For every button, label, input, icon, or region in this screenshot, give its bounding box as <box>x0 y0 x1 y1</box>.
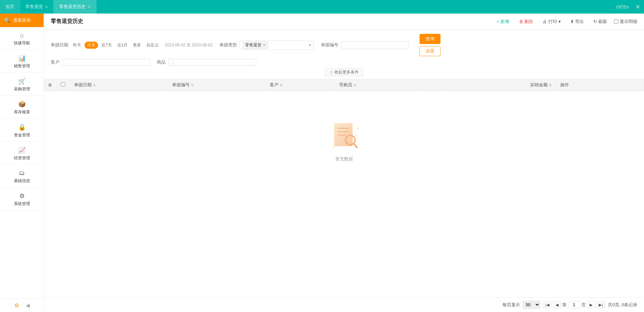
filter-bill-type-group: 单据类型 零售退货 ✕ ▾ <box>219 41 314 50</box>
sidebar-item-finance[interactable]: 🔒 资金管理 <box>0 119 44 142</box>
export-button[interactable]: ⬆ 导出 <box>568 17 587 26</box>
col-bill-no-sort[interactable]: ⇅ <box>191 83 194 87</box>
col-operation: 操作 <box>556 79 644 91</box>
retail-return-tab-close[interactable]: ✕ <box>45 5 48 9</box>
inventory-icon: 📦 <box>18 101 26 108</box>
date-range-display: 2023-06-02 至 2023-06-02 <box>165 42 212 48</box>
main-layout: 🔍 搜索菜单 ⌂ 快捷导航 📊 销售管理 🛒 采购管理 📦 库存核算 🔒 <box>0 14 644 312</box>
refresh-button[interactable]: ↻ 刷新 <box>591 17 610 26</box>
filter-customer-group: 客户 ... <box>51 59 150 66</box>
col-bill-date-sort[interactable]: ⇅ <box>93 83 96 87</box>
filter-bill-no-label: 单据编号 <box>321 42 338 48</box>
quick-nav-icon: ⌂ <box>20 32 24 39</box>
filter-bill-no-input[interactable] <box>341 41 409 49</box>
col-actual-amount-label: 实销金额 <box>530 82 548 88</box>
empty-state: 暂无数据 <box>44 91 644 189</box>
filter-goods-label: 商品 <box>157 59 166 65</box>
total-info: 共0页, 0条记录 <box>608 302 637 308</box>
print-button[interactable]: 🖨 打印 ▾ <box>540 17 564 26</box>
filter-customer-input[interactable]: ... <box>62 59 150 66</box>
col-bill-no[interactable]: 单据编号 ⇅ <box>168 79 266 91</box>
svg-point-6 <box>333 146 335 148</box>
collapse-filter-button[interactable]: △ 收起更多条件 <box>325 68 363 76</box>
window-close-btn[interactable]: ✕ <box>636 4 640 10</box>
page-number-input[interactable] <box>568 301 580 308</box>
topbar-spacer <box>96 0 613 14</box>
data-table: ⚙ 单据日期 ⇅ 单据编号 <box>44 79 644 91</box>
sidebar-item-purchase[interactable]: 🛒 采购管理 <box>0 73 44 96</box>
export-btn-label: ⬆ 导出 <box>570 19 584 25</box>
query-button[interactable]: 查询 <box>420 34 440 44</box>
page-size-select[interactable]: 20 50 100 <box>523 301 540 309</box>
last-page-btn[interactable]: ▶| <box>596 302 605 308</box>
system-icon: ⚙ <box>19 192 25 200</box>
col-guide-label: 导购员 <box>339 82 352 88</box>
col-settings-icon[interactable]: ⚙ <box>48 83 52 88</box>
sidebar-item-label-purchase: 采购管理 <box>14 86 30 92</box>
show-detail-checkbox[interactable] <box>614 19 618 24</box>
sidebar-bottom: ⚙ ◀ <box>0 298 44 312</box>
sidebar-item-sales[interactable]: 📊 销售管理 <box>0 50 44 73</box>
sidebar-item-inventory[interactable]: 📦 库存核算 <box>0 96 44 119</box>
filter-bill-type-input[interactable]: 零售退货 ✕ ▾ <box>240 41 314 50</box>
sidebar-item-operation[interactable]: 📈 经营管理 <box>0 142 44 165</box>
finance-icon: 🔒 <box>18 124 26 131</box>
filter-goods-input[interactable]: ... <box>168 59 256 66</box>
filter-row-1: 单据日期 昨天 今天 近7天 近1月 更多 自定义 2023-06-02 至 2… <box>51 34 637 56</box>
page-title: 零售退货历史 <box>51 18 494 25</box>
sidebar-item-label-basic-info: 基础信息 <box>14 178 30 184</box>
col-guide-sort[interactable]: ⇅ <box>354 83 356 87</box>
col-bill-date[interactable]: 单据日期 ⇅ <box>70 79 168 91</box>
prev-page-btn[interactable]: ◀ <box>553 302 561 308</box>
search-icon: 🔍 <box>4 17 10 23</box>
next-page-btn[interactable]: ▶ <box>587 302 595 308</box>
date-btn-today[interactable]: 今天 <box>85 42 98 49</box>
sidebar-item-quick-nav[interactable]: ⌂ 快捷导航 <box>0 27 44 50</box>
col-guide[interactable]: 导购员 ⇅ <box>335 79 418 91</box>
new-btn-label: + 新增 <box>497 19 509 25</box>
col-settings[interactable]: ⚙ <box>44 79 56 91</box>
tab-retail-return[interactable]: 零售退货 ✕ <box>20 0 54 14</box>
sidebar: 🔍 搜索菜单 ⌂ 快捷导航 📊 销售管理 🛒 采购管理 📦 库存核算 🔒 <box>0 14 44 312</box>
toolbar: + 新增 🗑 删除 🖨 打印 ▾ ⬆ 导出 ↻ 刷新 显示明细 <box>494 17 637 26</box>
delete-btn-label: 🗑 删除 <box>519 19 533 25</box>
date-btn-yesterday[interactable]: 昨天 <box>71 42 83 49</box>
basic-info-icon: 🗂 <box>19 170 25 177</box>
bill-type-tag-text: 零售退货 <box>245 42 261 48</box>
date-btn-more[interactable]: 更多 <box>131 42 143 49</box>
show-detail-toggle: 显示明细 <box>614 19 637 25</box>
sidebar-item-basic-info[interactable]: 🗂 基础信息 <box>0 165 44 187</box>
bill-type-tag-close[interactable]: ✕ <box>263 43 266 47</box>
sidebar-item-system[interactable]: ⚙ 系统管理 <box>0 187 44 210</box>
filter-settings-button[interactable]: 设置 <box>420 46 440 56</box>
retail-return-history-tab-close[interactable]: ✕ <box>88 5 91 9</box>
select-all-checkbox[interactable] <box>61 82 65 87</box>
col-spacer <box>419 79 446 91</box>
col-actual-amount[interactable]: 实销金额 ⇅ <box>446 79 556 91</box>
date-btn-7days[interactable]: 近7天 <box>99 42 114 49</box>
col-bill-no-label: 单据编号 <box>172 82 190 88</box>
filter-row-2: 客户 ... 商品 ... <box>51 59 637 66</box>
col-actual-amount-sort[interactable]: ⇅ <box>549 83 552 87</box>
tab-home[interactable]: 首页 <box>0 0 20 14</box>
sidebar-collapse-icon[interactable]: ◀ <box>26 302 30 309</box>
tab-retail-return-history[interactable]: 零售退货历史 ✕ <box>54 0 96 14</box>
new-button[interactable]: + 新增 <box>494 17 512 26</box>
date-btn-1month[interactable]: 近1月 <box>115 42 130 49</box>
col-customer[interactable]: 客户 ⇅ <box>266 79 335 91</box>
date-btn-custom[interactable]: 自定义 <box>144 42 161 49</box>
col-customer-sort[interactable]: ⇅ <box>280 83 283 87</box>
goods-placeholder: ... <box>171 60 175 65</box>
sidebar-item-label-sales: 销售管理 <box>14 63 30 69</box>
page-navigation: |◀ ◀ 第 页 ▶ ▶| <box>543 301 605 308</box>
settings-gear-icon[interactable]: ⚙ <box>14 302 19 309</box>
filter-action-buttons: 查询 设置 <box>420 34 440 56</box>
delete-button[interactable]: 🗑 删除 <box>516 17 536 26</box>
filter-goods-group: 商品 ... <box>157 59 256 66</box>
col-checkbox[interactable] <box>56 79 70 91</box>
table-header-row: ⚙ 单据日期 ⇅ 单据编号 <box>44 79 644 91</box>
first-page-btn[interactable]: |◀ <box>543 302 552 308</box>
svg-point-7 <box>357 127 359 129</box>
sidebar-search-label: 搜索菜单 <box>13 17 31 23</box>
sidebar-search-bar[interactable]: 🔍 搜索菜单 <box>0 14 44 27</box>
